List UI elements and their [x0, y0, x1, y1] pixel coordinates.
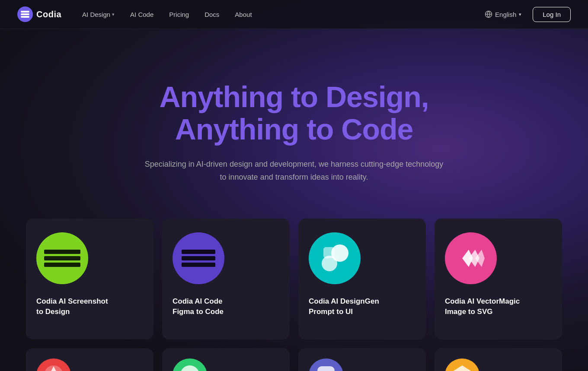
chevron-down-icon: ▾	[112, 12, 115, 17]
card-designgen[interactable]: Codia AI DesignGen Prompt to UI	[298, 219, 426, 339]
nav-docs[interactable]: Docs	[198, 7, 226, 22]
card-icon-green	[36, 232, 88, 284]
hero-subtitle: Specializing in AI-driven design and dev…	[143, 158, 445, 184]
line-2	[182, 256, 215, 260]
card-bottom-icon-shape-2	[177, 362, 203, 371]
card-bottom-icon-shape-4	[449, 362, 475, 371]
codia-lines-icon	[36, 232, 88, 284]
line-1	[44, 250, 80, 254]
cards-grid-2	[0, 348, 588, 371]
translate-icon	[485, 10, 492, 18]
line-1	[182, 250, 215, 254]
card-label-2: Codia AI Code Figma to Code	[173, 296, 224, 317]
hero-title: Anything to Design, Anything to Code	[17, 81, 571, 146]
card-screenshot-to-design[interactable]: Codia AI Screenshot to Design	[26, 219, 153, 339]
card-ai-code[interactable]: Codia AI Code Figma to Code	[162, 219, 290, 339]
svg-rect-13	[317, 366, 335, 371]
card-bottom-icon-shape-3	[313, 362, 339, 371]
svg-rect-6	[323, 247, 335, 258]
line-3	[182, 263, 215, 267]
card-bottom-2[interactable]	[162, 348, 290, 371]
line-2	[44, 256, 80, 260]
language-selector[interactable]: English ▾	[480, 8, 526, 21]
logo-link[interactable]: Codia	[17, 6, 61, 22]
nav-ai-design[interactable]: AI Design ▾	[75, 7, 121, 22]
svg-rect-2	[21, 13, 29, 15]
svg-marker-14	[453, 365, 472, 371]
nav-about[interactable]: About	[228, 7, 259, 22]
card-bottom-icon-green	[173, 358, 207, 371]
svg-point-12	[180, 365, 199, 371]
card-vectormagic[interactable]: Codia AI VectorMagic Image to SVG	[435, 219, 562, 339]
card-bottom-1[interactable]	[26, 348, 153, 371]
codia-lines-icon-2	[173, 232, 224, 284]
nav-links: AI Design ▾ AI Code Pricing Docs About	[75, 7, 480, 22]
card-bottom-icon-red	[36, 358, 71, 371]
svg-marker-9	[475, 250, 485, 267]
card-bottom-4[interactable]	[435, 348, 562, 371]
cards-grid: Codia AI Screenshot to Design Codia AI C…	[0, 210, 588, 348]
nav-right: English ▾ Log In	[480, 7, 571, 22]
card-icon-purple	[173, 232, 224, 284]
card-bottom-icon-indigo	[309, 358, 343, 371]
nav-ai-code[interactable]: AI Code	[123, 7, 160, 22]
card-bottom-icon-shape-1	[41, 362, 67, 371]
logo-text: Codia	[36, 10, 61, 19]
figma-like-icon	[317, 241, 352, 276]
login-button[interactable]: Log In	[533, 7, 571, 22]
card-icon-pink	[445, 232, 497, 284]
card-bottom-icon-orange	[445, 358, 479, 371]
card-label-1: Codia AI Screenshot to Design	[36, 296, 108, 317]
card-bottom-3[interactable]	[298, 348, 426, 371]
language-label: English	[495, 11, 516, 18]
navbar: Codia AI Design ▾ AI Code Pricing Docs A…	[0, 0, 588, 29]
svg-rect-3	[21, 16, 29, 18]
svg-rect-1	[21, 11, 29, 13]
card-label-4: Codia AI VectorMagic Image to SVG	[445, 296, 520, 317]
card-icon-teal	[309, 232, 361, 284]
hero-section: Anything to Design, Anything to Code Spe…	[0, 29, 588, 210]
nav-pricing[interactable]: Pricing	[162, 7, 196, 22]
codia-logo-icon	[17, 6, 33, 22]
card-label-3: Codia AI DesignGen Prompt to UI	[309, 296, 379, 317]
chevron-down-icon: ▾	[519, 12, 521, 17]
chevrons-icon	[454, 241, 488, 276]
line-3	[44, 263, 80, 267]
